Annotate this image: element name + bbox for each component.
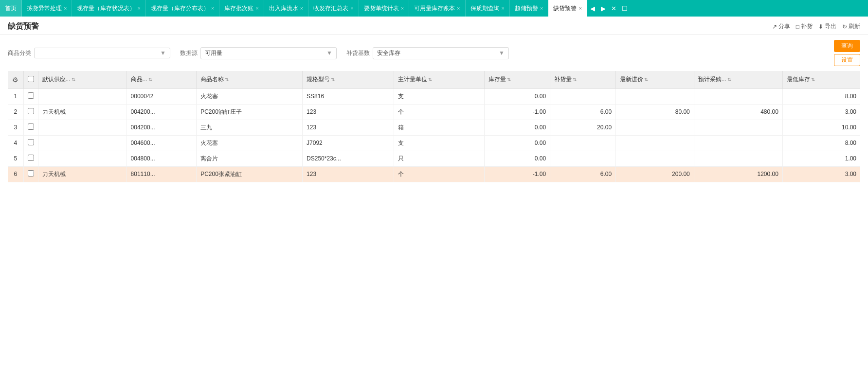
row-select-checkbox[interactable]: [28, 139, 34, 145]
goods-code-sort-icon[interactable]: ⇅: [148, 77, 152, 82]
row-estimated-purchase: [694, 135, 782, 151]
unit-sort-icon[interactable]: ⇅: [428, 77, 432, 82]
base-arrow-icon: ▼: [499, 50, 505, 56]
latest-price-column-header: 最新进价 ⇅: [616, 71, 694, 88]
row-index: 3: [8, 120, 23, 135]
tab-overstock-warning[interactable]: 超储预警 ×: [510, 0, 548, 17]
checkbox-column-header: [23, 71, 38, 88]
row-stock: 0.00: [485, 120, 550, 135]
tab-current-stock-dist[interactable]: 现存量（库存分布表） ×: [146, 0, 219, 17]
tab-close-11[interactable]: ×: [579, 5, 581, 11]
tab-pick-exception[interactable]: 拣货异常处理 ×: [22, 0, 72, 17]
tab-close-1[interactable]: ×: [64, 5, 67, 11]
row-supplier: [38, 120, 127, 135]
row-supplier: [38, 135, 127, 151]
min-stock-sort-icon[interactable]: ⇅: [811, 77, 815, 82]
tab-inout-flow[interactable]: 出入库流水 ×: [264, 0, 308, 17]
export-button[interactable]: ⬇ 导出: [818, 22, 836, 31]
tab-home[interactable]: 首页: [0, 0, 22, 17]
row-unit: 支: [394, 88, 484, 104]
base-value: 安全库存: [377, 49, 406, 57]
action-buttons: 查询 设置: [834, 40, 860, 66]
tab-batch-account[interactable]: 库存批次账 ×: [219, 0, 264, 17]
goods-name-sort-icon[interactable]: ⇅: [225, 77, 229, 82]
refresh-button[interactable]: ↻ 刷新: [842, 22, 860, 31]
datasource-arrow-icon: ▼: [326, 50, 332, 56]
share-button[interactable]: ↗ 分享: [772, 22, 790, 31]
row-unit: 箱: [394, 120, 484, 135]
tab-minimize-button[interactable]: ✕: [609, 0, 619, 17]
spec-column-header: 规格型号 ⇅: [303, 71, 394, 88]
goods-code-column-header: 商品... ⇅: [127, 71, 197, 88]
row-goods-code: 801110...: [127, 166, 197, 182]
row-goods-name: PC200油缸庄子: [197, 104, 303, 120]
row-select-checkbox[interactable]: [28, 170, 34, 176]
filter-row: 商品分类 ▼ 数据源 可用量 ▼ 补货基数 安全库存 ▼ 查询 设置: [0, 35, 868, 71]
row-min-stock: 1.00: [782, 151, 860, 166]
tab-close-7[interactable]: ×: [401, 5, 404, 11]
row-index: 6: [8, 166, 23, 182]
row-supplier: [38, 151, 127, 166]
tab-shelf-life[interactable]: 保质期查询 ×: [466, 0, 510, 17]
row-unit: 支: [394, 135, 484, 151]
data-table: ⚙ 默认供应... ⇅ 商品... ⇅: [8, 71, 860, 182]
row-min-stock: 3.00: [782, 104, 860, 120]
category-select[interactable]: ▼: [34, 48, 170, 58]
row-select-checkbox[interactable]: [28, 123, 34, 130]
header-actions: ↗ 分享 □ 补货 ⬇ 导出 ↻ 刷新: [772, 22, 860, 31]
row-index: 2: [8, 104, 23, 120]
row-spec: 123: [303, 104, 394, 120]
supplier-sort-icon[interactable]: ⇅: [72, 77, 75, 82]
row-unit: 只: [394, 151, 484, 166]
tab-close-8[interactable]: ×: [457, 5, 460, 11]
tab-shortage-warning[interactable]: 缺货预警 ×: [548, 0, 587, 17]
gear-icon[interactable]: ⚙: [12, 76, 18, 84]
supplement-sort-icon[interactable]: ⇅: [573, 77, 577, 82]
tab-close-3[interactable]: ×: [211, 5, 214, 11]
tab-next-button[interactable]: ▶: [598, 0, 609, 17]
tab-close-4[interactable]: ×: [255, 5, 258, 11]
supplement-button[interactable]: □ 补货: [796, 22, 813, 31]
latest-price-sort-icon[interactable]: ⇅: [644, 77, 648, 82]
row-supplement: 20.00: [550, 120, 616, 135]
row-select-checkbox[interactable]: [28, 155, 34, 161]
tab-close-2[interactable]: ×: [137, 5, 140, 11]
tab-order-stat[interactable]: 要货单统计表 ×: [359, 0, 409, 17]
datasource-select[interactable]: 可用量 ▼: [200, 47, 337, 59]
row-estimated-purchase: 480.00: [694, 104, 782, 120]
row-select-checkbox[interactable]: [28, 92, 34, 99]
row-goods-code: 0000042: [127, 88, 197, 104]
page-title: 缺货预警: [8, 21, 39, 32]
row-stock: 0.00: [485, 135, 550, 151]
row-spec: J7092: [303, 135, 394, 151]
tab-close-6[interactable]: ×: [350, 5, 353, 11]
row-select-checkbox[interactable]: [28, 108, 34, 114]
row-supplement: [550, 135, 616, 151]
row-spec: 123: [303, 166, 394, 182]
datasource-value: 可用量: [205, 49, 234, 57]
gear-column-header[interactable]: ⚙: [8, 71, 23, 88]
tab-close-9[interactable]: ×: [502, 5, 505, 11]
row-supplier: [38, 88, 127, 104]
spec-sort-icon[interactable]: ⇅: [331, 77, 335, 82]
tab-available-ledger[interactable]: 可用量库存账本 ×: [409, 0, 465, 17]
query-button[interactable]: 查询: [834, 40, 860, 52]
estimated-purchase-sort-icon[interactable]: ⇅: [727, 77, 731, 82]
tab-close-5[interactable]: ×: [300, 5, 303, 11]
row-stock: -1.00: [485, 166, 550, 182]
base-select[interactable]: 安全库存 ▼: [373, 47, 509, 59]
row-checkbox: [23, 120, 38, 135]
tab-close-10[interactable]: ×: [540, 5, 543, 11]
filter-category: 商品分类 ▼: [8, 48, 170, 58]
row-index: 5: [8, 151, 23, 166]
tab-recv-send-summary[interactable]: 收发存汇总表 ×: [308, 0, 359, 17]
settings-button[interactable]: 设置: [834, 54, 860, 66]
tab-maximize-button[interactable]: ☐: [619, 0, 630, 17]
filter-base: 补货基数 安全库存 ▼: [346, 47, 509, 59]
select-all-checkbox[interactable]: [28, 76, 34, 82]
row-supplement: [550, 88, 616, 104]
row-estimated-purchase: [694, 88, 782, 104]
tab-current-stock-status[interactable]: 现存量（库存状况表） ×: [72, 0, 145, 17]
stock-sort-icon[interactable]: ⇅: [507, 77, 511, 82]
tab-prev-button[interactable]: ◀: [587, 0, 598, 17]
